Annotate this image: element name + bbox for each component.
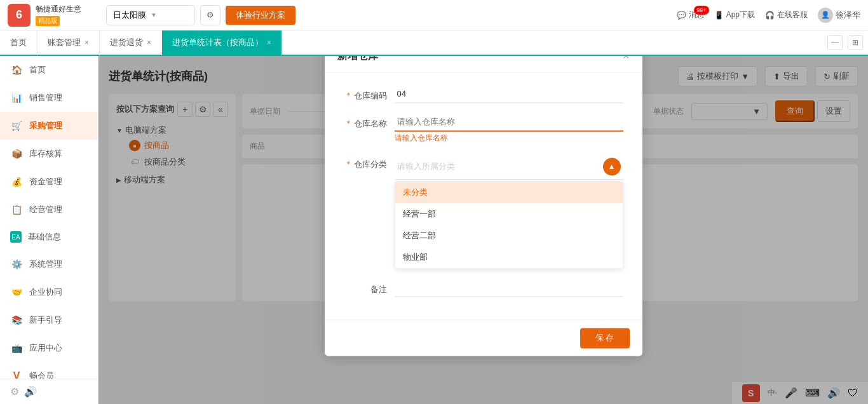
- enterprise-icon: 🤝: [10, 286, 23, 299]
- tab-minimize-btn[interactable]: —: [827, 35, 843, 50]
- sidebar-item-sales[interactable]: 📊 销售管理: [0, 84, 98, 112]
- add-warehouse-modal: 新增仓库 × * 仓库编码 * 仓: [325, 56, 642, 356]
- tab-expand-btn[interactable]: ⊞: [848, 35, 863, 50]
- form-row-notes: 备注: [344, 279, 623, 297]
- tab-close-stats[interactable]: ×: [267, 38, 271, 47]
- online-service-item[interactable]: 🎧 在线客服: [765, 10, 808, 20]
- sidebar-item-home[interactable]: 🏠 首页: [0, 56, 98, 84]
- guide-icon: 📚: [10, 314, 23, 327]
- notes-label: 备注: [344, 279, 395, 295]
- vip-icon: V: [10, 370, 23, 379]
- save-button[interactable]: 保 存: [580, 328, 630, 348]
- category-label: * 仓库分类: [344, 154, 395, 170]
- name-field: 请输入仓库名称: [395, 113, 623, 144]
- sidebar: 🏠 首页 📊 销售管理 🛒 采购管理 📦 库存核算 💰 资金管理 📋 经: [0, 56, 98, 404]
- top-header: 6 畅捷通好生意 精品版 日太阳膜 ▼ ⚙ 体验行业方案 💬 消息 99+ 📱 …: [0, 0, 868, 30]
- message-icon: 💬: [677, 11, 686, 20]
- tab-purchase-return[interactable]: 进货退货 ×: [100, 30, 162, 55]
- dropdown-item-1[interactable]: 经营一部: [395, 203, 623, 225]
- logo-area: 6 畅捷通好生意 精品版: [8, 4, 106, 27]
- notes-field: [395, 279, 623, 297]
- phone-icon: 📱: [714, 11, 724, 20]
- sidebar-item-inventory[interactable]: 📦 库存核算: [0, 140, 98, 168]
- sidebar-item-guide[interactable]: 📚 新手引导: [0, 306, 98, 334]
- sidebar-nav: 🏠 首页 📊 销售管理 🛒 采购管理 📦 库存核算 💰 资金管理 📋 经: [0, 56, 98, 379]
- user-item[interactable]: 👤 徐泽华: [818, 8, 860, 23]
- category-dropdown-list: 未分类 经营一部 经营二部 物业部: [395, 181, 623, 269]
- purchase-icon: 🛒: [10, 119, 23, 132]
- logo-text: 畅捷通好生意 精品版: [36, 4, 81, 26]
- finance-icon: 💰: [10, 175, 23, 188]
- code-field: [395, 85, 623, 103]
- sidebar-item-app-center[interactable]: 📺 应用中心: [0, 334, 98, 362]
- form-row-name: * 仓库名称 请输入仓库名称: [344, 113, 623, 144]
- code-input[interactable]: [395, 85, 623, 103]
- code-label: * 仓库编码: [344, 85, 395, 102]
- home-icon: 🏠: [10, 64, 23, 76]
- sidebar-item-vip[interactable]: V 畅会员: [0, 362, 98, 379]
- basic-info-icon: EA: [10, 231, 22, 243]
- sidebar-item-basic-info[interactable]: EA 基础信息: [0, 224, 98, 250]
- sidebar-item-enterprise[interactable]: 🤝 企业协同: [0, 278, 98, 306]
- headset-icon: 🎧: [765, 11, 775, 20]
- tabs-actions: — ⊞: [827, 35, 868, 50]
- gear-button[interactable]: ⚙: [200, 5, 220, 25]
- name-label: * 仓库名称: [344, 113, 395, 130]
- modal-close-button[interactable]: ×: [623, 56, 630, 63]
- app-download-item[interactable]: 📱 App下载: [714, 10, 755, 20]
- modal-footer: 保 存: [325, 320, 642, 356]
- message-badge: 99+: [694, 6, 709, 15]
- form-row-code: * 仓库编码: [344, 85, 623, 103]
- sidebar-footer: ⚙ 🔊: [0, 379, 98, 404]
- category-dropdown[interactable]: 请输入所属分类 ▲: [395, 154, 623, 180]
- avatar: 👤: [818, 8, 833, 23]
- modal-title: 新增仓库: [337, 56, 378, 63]
- app-center-icon: 📺: [10, 342, 23, 354]
- header-middle: 日太阳膜 ▼ ⚙ 体验行业方案: [106, 5, 677, 25]
- tab-purchase-stats[interactable]: 进货单统计表（按商品） ×: [162, 30, 282, 55]
- main-layout: 🏠 首页 📊 销售管理 🛒 采购管理 📦 库存核算 💰 资金管理 📋 经: [0, 56, 868, 404]
- dropdown-item-0[interactable]: 未分类: [395, 182, 623, 203]
- tab-close-return[interactable]: ×: [147, 38, 151, 47]
- name-error-msg: 请输入仓库名称: [395, 133, 623, 144]
- form-row-category: * 仓库分类 请输入所属分类 ▲ 未分类 经营一部 经营二部 物业部: [344, 154, 623, 269]
- tab-account[interactable]: 账套管理 ×: [37, 30, 100, 55]
- message-item[interactable]: 💬 消息 99+: [677, 10, 704, 20]
- modal-header: 新增仓库 ×: [325, 56, 642, 72]
- inventory-icon: 📦: [10, 147, 23, 160]
- app-logo-icon: 6: [8, 4, 31, 27]
- store-dropdown-arrow: ▼: [151, 11, 188, 18]
- content-area: 进货单统计(按商品) 🖨 按模板打印 ▼ ⬆ 导出 ↻ 刷新: [98, 56, 868, 404]
- dropdown-item-2[interactable]: 经营二部: [395, 225, 623, 246]
- tabs-bar: 首页 账套管理 × 进货退货 × 进货单统计表（按商品） × — ⊞: [0, 30, 868, 56]
- notes-input[interactable]: [395, 279, 623, 297]
- category-placeholder: 请输入所属分类: [397, 161, 455, 172]
- tab-close-account[interactable]: ×: [85, 38, 89, 47]
- dropdown-item-3[interactable]: 物业部: [395, 246, 623, 268]
- sidebar-item-system[interactable]: ⚙️ 系统管理: [0, 250, 98, 278]
- speaker-icon[interactable]: 🔊: [24, 386, 37, 398]
- trial-button[interactable]: 体验行业方案: [226, 6, 295, 25]
- sidebar-item-purchase[interactable]: 🛒 采购管理: [0, 112, 98, 140]
- sidebar-item-finance[interactable]: 💰 资金管理: [0, 168, 98, 196]
- header-right: 💬 消息 99+ 📱 App下载 🎧 在线客服 👤 徐泽华: [677, 8, 860, 23]
- category-field: 请输入所属分类 ▲ 未分类 经营一部 经营二部 物业部: [395, 154, 623, 269]
- dropdown-toggle-icon[interactable]: ▲: [603, 158, 621, 175]
- sidebar-item-operations[interactable]: 📋 经营管理: [0, 196, 98, 224]
- tab-home[interactable]: 首页: [0, 30, 37, 55]
- store-selector[interactable]: 日太阳膜 ▼: [106, 5, 195, 25]
- name-input[interactable]: [395, 113, 623, 131]
- modal-body: * 仓库编码 * 仓库名称 请输入仓库名称: [325, 72, 642, 320]
- sales-icon: 📊: [10, 91, 23, 104]
- operations-icon: 📋: [10, 203, 23, 216]
- system-icon: ⚙️: [10, 258, 23, 271]
- settings-icon[interactable]: ⚙: [10, 386, 19, 398]
